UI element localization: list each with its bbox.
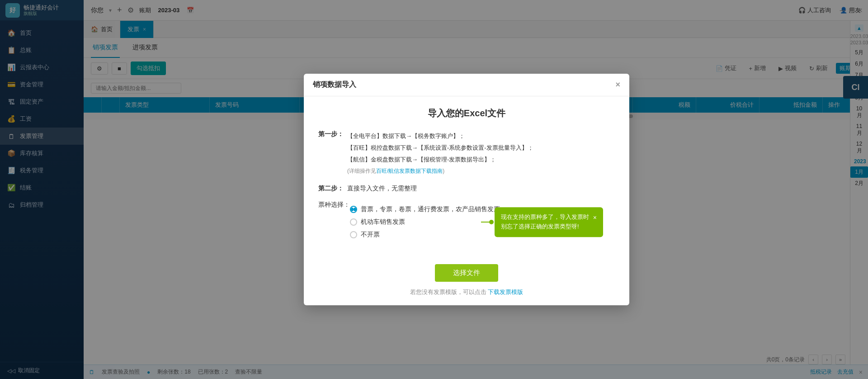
radio-item-1: 普票，专票，卷票，通行费发票，农产品销售发票: [350, 205, 500, 213]
download-guide-link[interactable]: 百旺/航信发票数据下载指南: [376, 168, 443, 174]
step1-line2: 【百旺】税控盘数据下载→【系统设置-系统参数设置-发票批量导入】；: [347, 142, 533, 154]
step1-label: 第一步：: [318, 130, 344, 176]
import-modal: 销项数据导入 × 导入您的Excel文件 第一步： 【全电平台】数据下载→【税务…: [304, 74, 629, 305]
radio-item-2: 机动车销售发票 × 现在支持的票种多了，导入发票时别忘了选择正确的发票类型呀!: [350, 218, 500, 226]
ticket-label: 票种选择：: [318, 201, 350, 209]
tooltip-close-btn[interactable]: ×: [593, 213, 597, 223]
radio-label-2: 机动车销售发票: [361, 218, 405, 226]
modal-footer: 选择文件 若您没有发票模版，可以点击 下载发票模版: [304, 261, 629, 305]
modal-body: 导入您的Excel文件 第一步： 【全电平台】数据下载→【税务数字账户】； 【百…: [304, 96, 629, 261]
radio-label-1: 普票，专票，卷票，通行费发票，农产品销售发票: [361, 205, 500, 213]
radio-btn-2[interactable]: [350, 218, 357, 226]
step2-row: 第二步： 直接导入文件，无需整理: [318, 185, 615, 193]
step1-detail: (详细操作见百旺/航信发票数据下载指南): [347, 166, 533, 176]
radio-group: 普票，专票，卷票，通行费发票，农产品销售发票 机动车销售发票 × 现在支持的票: [350, 201, 500, 243]
tooltip-dot: [489, 220, 494, 224]
radio-item-3: 不开票: [350, 231, 500, 239]
modal-heading: 导入您的Excel文件: [318, 107, 615, 119]
template-hint: 若您没有发票模版，可以点击 下载发票模版: [318, 288, 615, 296]
radio-label-3: 不开票: [361, 231, 380, 239]
ticket-section: 票种选择： 普票，专票，卷票，通行费发票，农产品销售发票 机动车销售发票: [318, 201, 615, 243]
radio-btn-1[interactable]: [350, 206, 357, 213]
step2-section: 第二步： 直接导入文件，无需整理: [318, 185, 615, 193]
step1-line1: 【全电平台】数据下载→【税务数字账户】；: [347, 130, 533, 142]
step2-content: 直接导入文件，无需整理: [344, 185, 417, 193]
download-template-link[interactable]: 下载发票模版: [488, 289, 523, 295]
modal-close-btn[interactable]: ×: [615, 80, 620, 90]
tooltip-bubble: × 现在支持的票种多了，导入发票时别忘了选择正确的发票类型呀!: [495, 207, 603, 237]
step1-row: 第一步： 【全电平台】数据下载→【税务数字账户】； 【百旺】税控盘数据下载→【系…: [318, 130, 615, 176]
select-file-btn[interactable]: 选择文件: [435, 264, 498, 282]
ticket-row: 票种选择： 普票，专票，卷票，通行费发票，农产品销售发票 机动车销售发票: [318, 201, 615, 243]
modal-title: 销项数据导入: [313, 80, 356, 90]
step2-label: 第二步：: [318, 185, 344, 193]
tooltip-line: [481, 222, 490, 223]
step1-content: 【全电平台】数据下载→【税务数字账户】； 【百旺】税控盘数据下载→【系统设置-系…: [344, 130, 533, 176]
step1-line3: 【航信】金税盘数据下载→【报税管理-发票数据导出】；: [347, 154, 533, 166]
step1-section: 第一步： 【全电平台】数据下载→【税务数字账户】； 【百旺】税控盘数据下载→【系…: [318, 130, 615, 176]
radio-btn-3[interactable]: [350, 231, 357, 238]
modal-header: 销项数据导入 ×: [304, 74, 629, 96]
tooltip-text: 现在支持的票种多了，导入发票时别忘了选择正确的发票类型呀!: [501, 213, 589, 230]
